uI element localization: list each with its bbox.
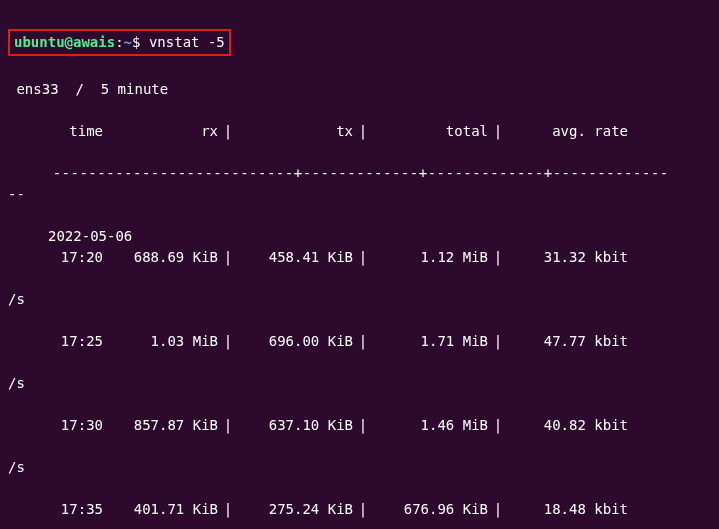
rate-suffix: /s (8, 289, 711, 310)
terminal-output[interactable]: ubuntu@awais:~$ vnstat -5 ens33 / 5 minu… (8, 8, 711, 529)
table-header-row: timerx|tx|total|avg. rate (8, 121, 711, 142)
header-total: total (373, 121, 488, 142)
header-time: time (8, 121, 103, 142)
rate-suffix: /s (8, 373, 711, 394)
header-rate: avg. rate (508, 121, 628, 142)
prompt-path: ~ (124, 34, 132, 50)
table-row: 17:35401.71 KiB|275.24 KiB|676.96 KiB|18… (8, 499, 711, 520)
header-rx: rx (103, 121, 218, 142)
command-text: vnstat -5 (149, 34, 225, 50)
table-row: 17:30857.87 KiB|637.10 KiB|1.46 MiB|40.8… (8, 415, 711, 436)
command-line-highlighted: ubuntu@awais:~$ vnstat -5 (8, 29, 231, 56)
separator-top: ---------------------------+------------… (8, 165, 669, 181)
table-row: 17:251.03 MiB|696.00 KiB|1.71 MiB|47.77 … (8, 331, 711, 352)
rate-suffix: /s (8, 457, 711, 478)
prompt-symbol: $ (132, 34, 140, 50)
prompt-user-host: ubuntu@awais (14, 34, 115, 50)
table-row: 17:20688.69 KiB|458.41 KiB|1.12 MiB|31.3… (8, 247, 711, 268)
date-label: 2022-05-06 (8, 228, 132, 244)
separator-top-wrap: -- (8, 184, 711, 205)
header-tx: tx (238, 121, 353, 142)
interface-line: ens33 / 5 minute (8, 81, 168, 97)
